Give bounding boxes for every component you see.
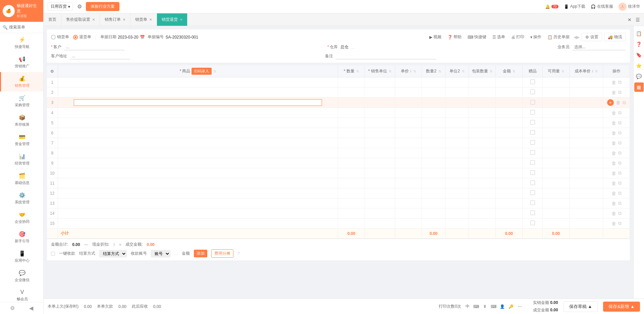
- row-avail-11[interactable]: [543, 178, 570, 188]
- shortcut-btn[interactable]: ⌨ 快捷键: [466, 33, 488, 41]
- row-amount-9[interactable]: [496, 158, 523, 168]
- row-pack-3[interactable]: [469, 98, 496, 108]
- row-price-13[interactable]: [395, 198, 422, 208]
- row-qty2-10[interactable]: [422, 168, 445, 178]
- row-gift-2[interactable]: [523, 87, 543, 98]
- row-qty-11[interactable]: [338, 178, 365, 188]
- delete-row-icon-4[interactable]: 🗑: [611, 110, 616, 116]
- row-gift-12[interactable]: [523, 188, 543, 198]
- row-qty2-1[interactable]: [422, 77, 445, 87]
- row-unit2-6[interactable]: [445, 128, 469, 138]
- row-price-10[interactable]: [395, 168, 422, 178]
- sidebar-item-vip[interactable]: V 畅会员: [0, 286, 43, 302]
- warehouse-more[interactable]: ...: [351, 45, 355, 50]
- row-price-7[interactable]: [395, 138, 422, 148]
- row-unit2-15[interactable]: [445, 218, 469, 229]
- row-price-6[interactable]: [395, 128, 422, 138]
- row-amount-5[interactable]: [496, 118, 523, 128]
- row-unit-14[interactable]: [365, 208, 395, 218]
- row-qty2-3[interactable]: [422, 98, 445, 108]
- row-product-5[interactable]: [58, 118, 338, 128]
- copy-row-icon-9[interactable]: ⧉: [618, 160, 622, 166]
- copy-row-icon-15[interactable]: ⧉: [618, 221, 622, 226]
- row-qty-13[interactable]: [338, 198, 365, 208]
- sort-qty-icon[interactable]: ⇅: [356, 69, 359, 73]
- row-unit-2[interactable]: [365, 87, 395, 98]
- tab-home[interactable]: 首页: [44, 13, 61, 26]
- row-amount-15[interactable]: [496, 218, 523, 229]
- copy-row-icon-12[interactable]: ⧉: [618, 190, 622, 196]
- right-panel-chat-icon[interactable]: 💬: [634, 72, 644, 81]
- row-price-2[interactable]: [395, 87, 422, 98]
- sidebar-item-apps[interactable]: 📱 应用中心: [0, 247, 43, 266]
- row-cost-4[interactable]: [570, 108, 603, 118]
- sort-price-icon[interactable]: ⇅: [413, 69, 416, 73]
- bt-icon-4[interactable]: ⌨: [490, 303, 497, 310]
- row-pack-5[interactable]: [469, 118, 496, 128]
- row-qty-12[interactable]: [338, 188, 365, 198]
- remark-input[interactable]: [336, 53, 436, 59]
- sidebar-settings-icon[interactable]: ⚙: [10, 305, 15, 311]
- calendar-icon[interactable]: 📅: [140, 35, 145, 40]
- gift-checkbox-4[interactable]: [530, 110, 535, 115]
- row-unit2-8[interactable]: [445, 148, 469, 158]
- th-settings[interactable]: ⚙: [47, 65, 58, 77]
- row-cost-6[interactable]: [570, 128, 603, 138]
- row-unit2-1[interactable]: [445, 77, 469, 87]
- row-pack-4[interactable]: [469, 108, 496, 118]
- row-cost-1[interactable]: [570, 77, 603, 87]
- row-pack-6[interactable]: [469, 128, 496, 138]
- row-qty-4[interactable]: [338, 108, 365, 118]
- row-amount-12[interactable]: [496, 188, 523, 198]
- row-qty2-5[interactable]: [422, 118, 445, 128]
- sidebar-item-inventory[interactable]: 📦 库存核算: [0, 111, 43, 130]
- settings-action-btn[interactable]: ⚙ 设置: [582, 33, 602, 41]
- row-unit2-2[interactable]: [445, 87, 469, 98]
- right-panel-tag-icon[interactable]: 🔖: [634, 50, 644, 60]
- add-row-btn-3[interactable]: +: [607, 99, 614, 106]
- tab-menu-icon[interactable]: ☰: [634, 16, 641, 23]
- row-price-4[interactable]: [395, 108, 422, 118]
- copy-row-icon-8[interactable]: ⧉: [618, 150, 622, 156]
- add-payment-button[interactable]: 添加: [194, 250, 207, 257]
- row-qty2-12[interactable]: [422, 188, 445, 198]
- row-cost-7[interactable]: [570, 138, 603, 148]
- delete-row-icon-8[interactable]: 🗑: [611, 150, 616, 156]
- row-avail-3[interactable]: [543, 98, 570, 108]
- row-qty2-4[interactable]: [422, 108, 445, 118]
- select-btn[interactable]: ☰ 选单: [490, 33, 507, 41]
- gift-checkbox-8[interactable]: [530, 150, 535, 155]
- row-qty-8[interactable]: [338, 148, 365, 158]
- sort-product-icon[interactable]: ⇅: [213, 69, 216, 73]
- row-price-14[interactable]: [395, 208, 422, 218]
- tab-sale-goods[interactable]: 销货单 ✕: [130, 13, 157, 26]
- row-avail-13[interactable]: [543, 198, 570, 208]
- row-qty-10[interactable]: [338, 168, 365, 178]
- radio-sale-goods[interactable]: 销货单: [51, 34, 69, 40]
- row-cost-13[interactable]: [570, 198, 603, 208]
- row-pack-13[interactable]: [469, 198, 496, 208]
- row-amount-4[interactable]: [496, 108, 523, 118]
- row-avail-12[interactable]: [543, 188, 570, 198]
- row-pack-8[interactable]: [469, 148, 496, 158]
- print-btn[interactable]: 🖨 打印: [509, 33, 526, 41]
- copy-row-icon-7[interactable]: ⧉: [618, 140, 622, 146]
- row-unit2-4[interactable]: [445, 108, 469, 118]
- row-avail-7[interactable]: [543, 138, 570, 148]
- save-new-button[interactable]: 保存&新增 ▲: [603, 302, 640, 312]
- tab-sale-price-close[interactable]: ✕: [92, 18, 95, 21]
- row-unit2-10[interactable]: [445, 168, 469, 178]
- row-cost-15[interactable]: [570, 218, 603, 229]
- row-pack-11[interactable]: [469, 178, 496, 188]
- account-select[interactable]: 账号: [151, 250, 170, 257]
- delete-row-icon-5[interactable]: 🗑: [611, 120, 616, 126]
- copy-row-icon-3[interactable]: ⧉: [623, 100, 626, 106]
- row-qty2-8[interactable]: [422, 148, 445, 158]
- gift-checkbox-9[interactable]: [530, 160, 535, 165]
- delete-row-icon-14[interactable]: 🗑: [611, 211, 616, 216]
- sidebar-item-marketing[interactable]: 📢 营销推广: [0, 53, 43, 72]
- delete-row-icon-6[interactable]: 🗑: [611, 130, 616, 136]
- row-unit-5[interactable]: [365, 118, 395, 128]
- row-unit-13[interactable]: [365, 198, 395, 208]
- row-avail-6[interactable]: [543, 128, 570, 138]
